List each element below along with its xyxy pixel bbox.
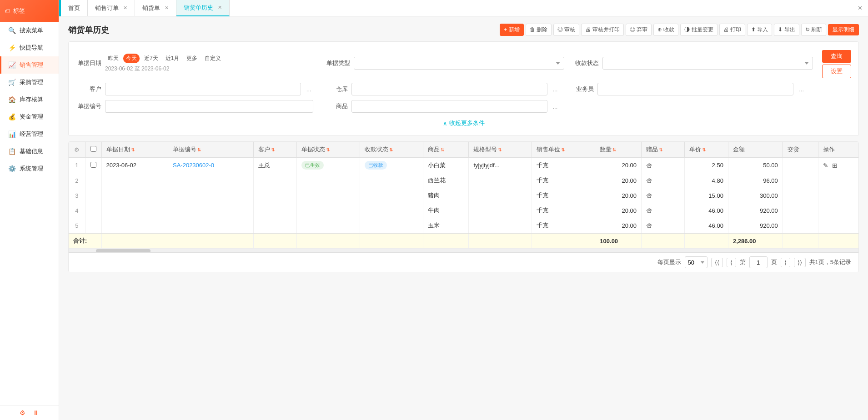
th-gear[interactable]: ⚙ (69, 142, 85, 158)
refresh-button[interactable]: ↻ 刷新 (801, 24, 826, 36)
display-detail-button[interactable]: 显示明细 (828, 24, 859, 35)
cell-checkbox[interactable] (85, 173, 101, 188)
row-checkbox[interactable] (90, 162, 96, 168)
cell-spec-type: tyjyjtyjdf... (469, 158, 532, 173)
tab-close-sales-order[interactable]: ✕ (123, 5, 127, 11)
query-button[interactable]: 查询 (822, 50, 851, 63)
sidebar-item-sales-mgmt[interactable]: 📈 销售管理 (0, 56, 59, 74)
th-unit-price[interactable]: 单价⇅ (685, 142, 728, 158)
page-input[interactable] (749, 256, 768, 268)
cell-amount: 920.00 (728, 203, 783, 218)
tab-sales-order[interactable]: 销售订单 ✕ (88, 0, 135, 16)
customer-dots[interactable]: ... (305, 86, 313, 93)
cell-row-num: 1 (69, 158, 85, 173)
filter-doc-type: 单据类型 (325, 57, 564, 70)
date-tag-1month[interactable]: 近1月 (163, 54, 182, 63)
scrollbar-area[interactable] (69, 249, 858, 252)
tab-close-sales-goods[interactable]: ✕ (165, 5, 169, 11)
prev-page-btn[interactable]: ⟨ (727, 258, 736, 267)
export-button[interactable]: ⬇ 导出 (774, 24, 799, 36)
filter-settings-button[interactable]: 设置 (822, 65, 851, 78)
th-customer[interactable]: 客户⇅ (253, 142, 296, 158)
next-page-btn[interactable]: ⟩ (781, 258, 790, 267)
filter-section: 单据日期 昨天 今天 近7天 近1月 更多 自定义 2023-06-02 (68, 41, 859, 136)
date-tag-7days[interactable]: 近7天 (141, 54, 161, 63)
goods-dots[interactable]: ... (551, 103, 560, 110)
th-gift[interactable]: 赠品⇅ (642, 142, 685, 158)
total-empty-9 (642, 233, 685, 249)
abandon-button[interactable]: ◎ 弃审 (626, 24, 652, 36)
print-button[interactable]: 🖨 打印 (719, 24, 745, 36)
th-transaction: 交货 (783, 142, 818, 158)
cell-row-num: 2 (69, 173, 85, 188)
sales-icon: 📈 (8, 61, 16, 69)
filter-payment-status: 收款状态 (573, 57, 813, 70)
payment-status-select[interactable] (602, 57, 813, 70)
tab-sales-goods[interactable]: 销货单 ✕ (135, 0, 176, 16)
th-payment-status[interactable]: 收款状态⇅ (360, 142, 423, 158)
sidebar-item-finance[interactable]: 💰 资金管理 (0, 108, 59, 125)
purchase-icon: 🛒 (8, 79, 16, 86)
sort-doc-status-icon: ⇅ (326, 147, 330, 152)
th-doc-status[interactable]: 单据状态⇅ (297, 142, 360, 158)
last-page-btn[interactable]: ⟩⟩ (794, 258, 806, 267)
collect-button[interactable]: ⊕ 收款 (653, 24, 678, 36)
sidebar-item-basic-info[interactable]: 📋 基础信息 (0, 143, 59, 160)
goods-input[interactable] (351, 100, 547, 113)
th-doc-no[interactable]: 单据编号⇅ (168, 142, 254, 158)
cell-checkbox[interactable] (85, 218, 101, 234)
cell-checkbox[interactable] (85, 188, 101, 203)
th-spec-type[interactable]: 规格型号⇅ (469, 142, 532, 158)
th-checkbox[interactable] (85, 142, 101, 158)
import-button[interactable]: ⬆ 导入 (747, 24, 772, 36)
th-actions: 操作 (818, 142, 858, 158)
cell-transaction (783, 173, 818, 188)
cell-checkbox[interactable] (85, 203, 101, 218)
tab-close-sales-history[interactable]: ✕ (218, 5, 222, 10)
tab-sales-history[interactable]: 销货单历史 ✕ (176, 0, 230, 16)
warehouse-input[interactable] (351, 83, 547, 95)
doc-no-input[interactable] (105, 100, 313, 113)
first-page-btn[interactable]: ⟨⟨ (711, 258, 723, 267)
date-tag-more[interactable]: 更多 (184, 54, 200, 63)
settings-bottom-icon[interactable]: ⚙ (20, 409, 25, 416)
customer-input[interactable] (105, 83, 301, 95)
total-info: 共1页，5条记录 (809, 258, 851, 266)
select-all-checkbox[interactable] (90, 146, 96, 152)
th-doc-date[interactable]: 单据日期⇅ (101, 142, 168, 158)
collapse-bottom-icon[interactable]: ⏸ (33, 409, 39, 416)
audit-print-button[interactable]: 🖨 审核并打印 (581, 24, 623, 36)
sidebar-item-purchase-mgmt[interactable]: 🛒 采购管理 (0, 74, 59, 91)
collapse-button[interactable]: ∧ 收起更多条件 (441, 117, 487, 129)
gear-icon[interactable]: ⚙ (74, 146, 80, 153)
batch-change-button[interactable]: ◑ 批量变更 (680, 24, 717, 36)
th-sales-unit[interactable]: 销售单位⇅ (532, 142, 595, 158)
filter-row-1: 单据日期 昨天 今天 近7天 近1月 更多 自定义 2023-06-02 (76, 48, 851, 78)
cell-goods: 西兰花 (423, 173, 468, 188)
warehouse-dots[interactable]: ... (551, 86, 560, 93)
sidebar-item-inventory[interactable]: 🏠 库存核算 (0, 91, 59, 108)
salesperson-input[interactable] (597, 83, 793, 95)
nav-close-all[interactable]: ✕ (858, 5, 868, 11)
th-goods[interactable]: 商品⇅ (423, 142, 468, 158)
delete-button[interactable]: 🗑 删除 (526, 24, 552, 36)
sidebar-item-system-mgmt[interactable]: ⚙️ 系统管理 (0, 160, 59, 177)
sidebar-item-operations[interactable]: 📊 经营管理 (0, 125, 59, 143)
more-icon[interactable]: ⊞ (832, 162, 838, 169)
cell-checkbox[interactable] (85, 158, 101, 173)
doc-no-link[interactable]: SA-20230602-0 (173, 162, 214, 169)
sidebar-item-label: 库存核算 (20, 95, 43, 104)
audit-button[interactable]: ◎ 审核 (553, 24, 579, 36)
th-quantity[interactable]: 数量⇅ (595, 142, 642, 158)
sidebar-item-search[interactable]: 🔍 搜索菜单 (0, 22, 59, 39)
edit-icon[interactable]: ✎ (823, 162, 828, 169)
date-tag-custom[interactable]: 自定义 (202, 54, 224, 63)
tab-home[interactable]: 首页 (59, 0, 88, 16)
per-page-select[interactable]: 50 100 200 (685, 256, 707, 268)
new-button[interactable]: + 新增 (500, 24, 523, 36)
sidebar-item-quick-nav[interactable]: ⚡ 快捷导航 (0, 39, 59, 56)
salesperson-dots[interactable]: ... (797, 86, 806, 93)
date-tag-today[interactable]: 今天 (123, 54, 140, 63)
doc-type-select[interactable] (354, 57, 564, 70)
date-tag-yesterday[interactable]: 昨天 (105, 54, 121, 63)
